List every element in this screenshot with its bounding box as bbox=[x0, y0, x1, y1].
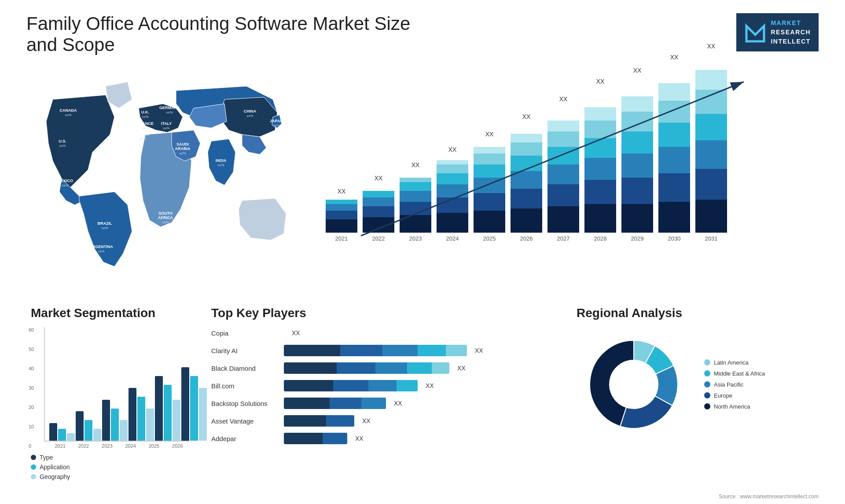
svg-text:xx%: xx% bbox=[62, 183, 68, 187]
svg-text:xx%: xx% bbox=[166, 110, 173, 114]
seg-legend-item: Application bbox=[31, 464, 189, 471]
bar-xx-label: XX bbox=[522, 113, 531, 120]
seg-bar-geo bbox=[120, 420, 128, 441]
main-content: CANADA xx% U.S. xx% MEXICO xx% BRAZIL xx… bbox=[26, 64, 819, 486]
svg-text:BRAZIL: BRAZIL bbox=[98, 221, 112, 226]
player-name: Clarity AI bbox=[211, 347, 279, 354]
svg-text:ARGENTINA: ARGENTINA bbox=[89, 245, 113, 249]
svg-text:INDIA: INDIA bbox=[216, 158, 227, 163]
svg-text:ITALY: ITALY bbox=[161, 121, 172, 126]
bar-year-label: 2029 bbox=[631, 235, 644, 242]
regional-legend: Latin AmericaMiddle East & AfricaAsia Pa… bbox=[704, 359, 765, 410]
player-bar-wrap bbox=[284, 398, 386, 409]
chart-bar-group: XX2029 bbox=[621, 77, 653, 242]
svg-text:xx%: xx% bbox=[163, 126, 169, 130]
seg-bar-geo bbox=[173, 400, 180, 441]
world-map-svg: CANADA xx% U.S. xx% MEXICO xx% BRAZIL xx… bbox=[26, 64, 299, 284]
player-row: CopiaXX bbox=[211, 327, 555, 339]
seg-bar-type bbox=[76, 411, 84, 441]
seg-bar-group bbox=[181, 367, 207, 441]
svg-marker-0 bbox=[746, 26, 764, 41]
seg-bar-app bbox=[58, 429, 66, 441]
seg-bar-geo bbox=[67, 433, 75, 441]
bar-year-label: 2021 bbox=[335, 235, 348, 242]
player-xx: XX bbox=[362, 417, 371, 424]
seg-bar-type bbox=[49, 423, 57, 441]
player-bar-wrap bbox=[284, 345, 467, 356]
bar-xx-label: XX bbox=[596, 78, 605, 85]
reg-legend-dot bbox=[704, 392, 710, 398]
bar-chart-bars: XX2021XX2022XX2023XX2024XX2025XX2026XX20… bbox=[321, 73, 805, 258]
svg-text:FRANCE: FRANCE bbox=[137, 121, 154, 126]
donut-chart-svg bbox=[577, 327, 691, 442]
player-bar-wrap bbox=[284, 415, 354, 427]
seg-bar-type bbox=[102, 400, 110, 441]
logo-area: MARKET RESEARCH INTELLECT bbox=[736, 13, 819, 51]
player-row: Black DiamondXX bbox=[211, 362, 555, 374]
svg-text:xx%: xx% bbox=[98, 249, 104, 253]
player-name: Backstop Solutions bbox=[211, 400, 279, 407]
legend-dot bbox=[31, 474, 36, 479]
page: Family Office Accounting Software Market… bbox=[0, 0, 845, 504]
seg-bar-group bbox=[155, 376, 180, 441]
seg-bar-group bbox=[129, 388, 154, 441]
bar-xx-label: XX bbox=[633, 67, 642, 74]
svg-text:xx%: xx% bbox=[142, 115, 148, 119]
svg-text:xx%: xx% bbox=[142, 126, 148, 130]
chart-bar-group: XX2025 bbox=[474, 140, 505, 242]
bar-year-label: 2030 bbox=[668, 235, 681, 242]
player-row: Backstop SolutionsXX bbox=[211, 398, 555, 409]
reg-legend-item: North America bbox=[704, 403, 765, 410]
reg-legend-dot bbox=[704, 359, 710, 365]
logo-box: MARKET RESEARCH INTELLECT bbox=[736, 13, 819, 51]
svg-text:ARABIA: ARABIA bbox=[175, 146, 191, 151]
svg-text:CHINA: CHINA bbox=[244, 109, 257, 113]
reg-legend-dot bbox=[704, 370, 710, 376]
player-xx: XX bbox=[292, 329, 300, 336]
bar-year-label: 2022 bbox=[372, 235, 385, 242]
player-bar-wrap bbox=[284, 380, 418, 391]
seg-bar-group bbox=[49, 423, 75, 441]
svg-text:xx%: xx% bbox=[246, 114, 253, 118]
map-svg-wrap: CANADA xx% U.S. xx% MEXICO xx% BRAZIL xx… bbox=[26, 64, 299, 293]
bar-year-label: 2023 bbox=[409, 235, 422, 242]
chart-bar-group: XX2024 bbox=[437, 156, 468, 242]
reg-legend-dot bbox=[704, 403, 710, 409]
svg-text:xx%: xx% bbox=[59, 144, 66, 148]
bottom-section: Market Segmentation 60 50 40 30 20 10 0 … bbox=[26, 302, 819, 486]
seg-chart-area bbox=[44, 327, 189, 442]
chart-bar-group: XX2026 bbox=[511, 123, 542, 242]
legend-dot bbox=[31, 455, 36, 460]
seg-x-labels: 202120222023202420252026 bbox=[44, 443, 189, 449]
player-xx: XX bbox=[426, 382, 434, 389]
player-row: Asset VantageXX bbox=[211, 415, 555, 427]
bar-chart-section: XX2021XX2022XX2023XX2024XX2025XX2026XX20… bbox=[308, 64, 819, 293]
source-text: Source : www.marketresearchintellect.com bbox=[719, 493, 819, 500]
player-name: Bill.com bbox=[211, 382, 279, 390]
bar-xx-label: XX bbox=[670, 54, 679, 61]
donut-segment bbox=[620, 396, 672, 428]
chart-bar-group: XX2030 bbox=[658, 63, 690, 242]
chart-bar-group: XX2023 bbox=[400, 171, 431, 242]
player-row: AddeparXX bbox=[211, 433, 555, 444]
svg-text:xx%: xx% bbox=[140, 137, 146, 141]
bar-year-label: 2027 bbox=[557, 235, 570, 242]
seg-bar-geo bbox=[93, 429, 101, 441]
bar-xx-label: XX bbox=[448, 146, 457, 153]
player-xx: XX bbox=[355, 435, 364, 442]
reg-legend-item: Asia Pacific bbox=[704, 381, 765, 388]
svg-text:xx%: xx% bbox=[101, 226, 108, 230]
svg-text:xx%: xx% bbox=[273, 124, 279, 128]
player-bar-wrap bbox=[284, 362, 449, 374]
segmentation-section: Market Segmentation 60 50 40 30 20 10 0 … bbox=[26, 302, 194, 486]
svg-text:CANADA: CANADA bbox=[60, 108, 77, 113]
donut-wrap: Latin AmericaMiddle East & AfricaAsia Pa… bbox=[577, 327, 814, 442]
map-section: CANADA xx% U.S. xx% MEXICO xx% BRAZIL xx… bbox=[26, 64, 299, 293]
bar-year-label: 2025 bbox=[483, 235, 496, 242]
svg-text:U.K.: U.K. bbox=[141, 110, 149, 114]
player-name: Black Diamond bbox=[211, 365, 279, 372]
seg-bar-group bbox=[102, 400, 128, 441]
svg-text:U.S.: U.S. bbox=[59, 139, 66, 143]
players-section: Top Key Players CopiaXXClarity AIXXBlack… bbox=[207, 302, 559, 486]
player-name: Asset Vantage bbox=[211, 417, 279, 425]
